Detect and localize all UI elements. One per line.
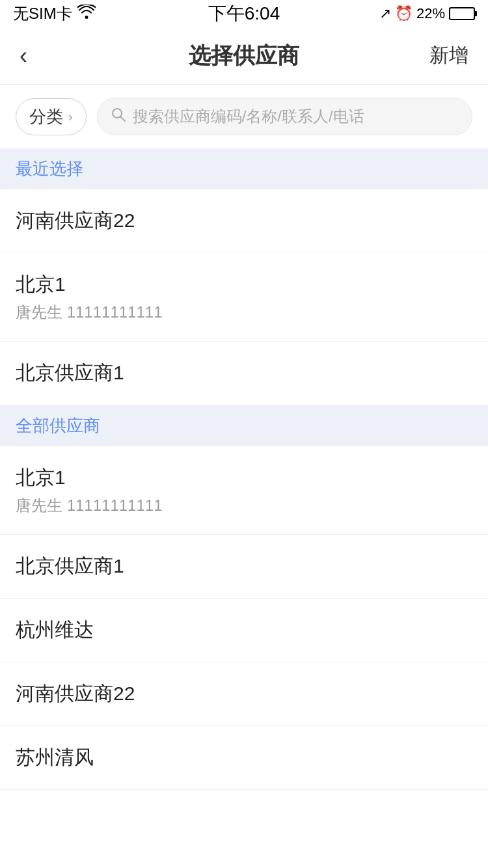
category-button[interactable]: 分类 › [16,98,87,135]
nav-bar: ‹ 选择供应商 新增 [0,27,488,85]
list-item[interactable]: 杭州维达 [0,599,488,662]
item-name: 杭州维达 [16,617,472,644]
list-item[interactable]: 北京供应商1 [0,342,488,405]
page-title: 选择供应商 [189,41,299,71]
list-item[interactable]: 北京1 唐先生 11111111111 [0,253,488,342]
search-icon [111,107,126,126]
chevron-right-icon: › [68,109,73,124]
back-button[interactable]: ‹ [20,42,72,70]
list-item[interactable]: 河南供应商22 [0,662,488,726]
recent-section-title: 最近选择 [16,159,83,178]
item-name: 北京供应商1 [16,553,472,580]
item-name: 河南供应商22 [16,208,472,234]
item-name: 北京供应商1 [16,360,472,387]
status-bar: 无SIM卡 下午6:04 ↗ ⏰ 22% [0,0,488,27]
list-item[interactable]: 北京供应商1 [0,535,488,599]
add-button[interactable]: 新增 [416,42,468,69]
item-name: 苏州清风 [16,744,472,771]
all-section-title: 全部供应商 [16,416,100,435]
item-sub: 唐先生 11111111111 [16,302,472,323]
battery-icon [449,7,475,20]
filter-bar: 分类 › 搜索供应商编码/名称/联系人/电话 [0,85,488,148]
battery-percent: 22% [416,5,445,22]
item-name: 北京1 [16,465,472,491]
svg-line-1 [120,117,125,122]
all-section-header: 全部供应商 [0,405,488,446]
search-placeholder: 搜索供应商编码/名称/联系人/电话 [133,106,364,127]
recent-section-header: 最近选择 [0,148,488,189]
list-item[interactable]: 苏州清风 [0,726,488,790]
category-label: 分类 [29,105,63,128]
list-item[interactable]: 河南供应商22 [0,189,488,253]
alarm-icon: ⏰ [395,5,413,22]
item-name: 河南供应商22 [16,681,472,707]
all-list: 北京1 唐先生 11111111111 北京供应商1杭州维达河南供应商22苏州清… [0,446,488,790]
item-sub: 唐先生 11111111111 [16,495,472,516]
sim-text: 无SIM卡 [13,3,72,24]
status-right: ↗ ⏰ 22% [379,5,475,22]
status-time: 下午6:04 [208,1,280,26]
item-name: 北京1 [16,271,472,298]
location-icon: ↗ [379,5,391,22]
wifi-icon [77,5,96,23]
recent-list: 河南供应商22 北京1 唐先生 11111111111 北京供应商1 [0,189,488,405]
status-left: 无SIM卡 [13,3,96,24]
list-item[interactable]: 北京1 唐先生 11111111111 [0,446,488,535]
search-box[interactable]: 搜索供应商编码/名称/联系人/电话 [97,98,472,135]
